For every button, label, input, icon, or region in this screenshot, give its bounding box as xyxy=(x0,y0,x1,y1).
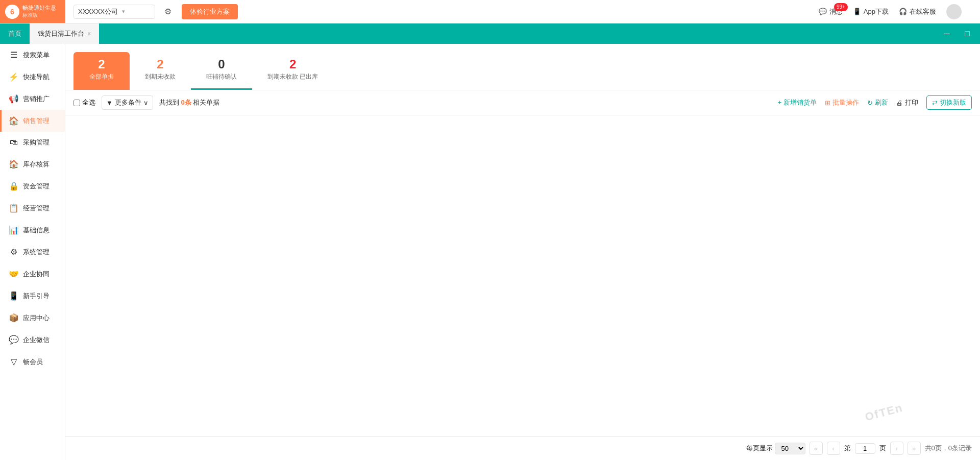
headset-icon: 🎧 xyxy=(899,8,907,15)
sys-mgmt-icon: ⚙ xyxy=(9,247,19,257)
company-dropdown-arrow: ▾ xyxy=(122,8,125,15)
per-page-selector: 每页显示 50 100 200 xyxy=(746,443,805,454)
found-count: 0条 xyxy=(181,99,191,106)
stat-number-overdue: 2 xyxy=(157,57,163,71)
page-number-input[interactable] xyxy=(855,443,875,454)
page-suffix-label: 页 xyxy=(879,444,886,453)
select-all-checkbox[interactable]: 全选 xyxy=(74,98,95,107)
purchase-icon: 🛍 xyxy=(9,138,19,147)
switch-icon: ⇄ xyxy=(932,99,938,107)
logo-tag: 标准版 xyxy=(22,12,56,19)
sidebar-item-operations[interactable]: 📋 经营管理 xyxy=(0,197,65,219)
prev-page-button[interactable]: ‹ xyxy=(827,442,840,455)
logo-title: 畅捷通好生意 xyxy=(22,4,56,11)
per-page-select[interactable]: 50 100 200 xyxy=(775,443,805,454)
print-button[interactable]: 🖨 打印 xyxy=(896,98,918,107)
per-page-label: 每页显示 xyxy=(746,444,773,453)
batch-ops-icon: ⊞ xyxy=(825,99,830,107)
stat-tab-overdue[interactable]: 2 到期未收款 xyxy=(130,52,191,90)
sidebar: ☰ 搜索菜单 ⚡ 快捷导航 📢 营销推广 🏠 销售管理 🛍 采购管理 🏠 库存核… xyxy=(0,44,65,460)
refresh-button[interactable]: ↻ 刷新 xyxy=(867,98,888,107)
refresh-icon: ↻ xyxy=(867,99,873,107)
header-right: 💬 消息 99+ 📱 App下载 🎧 在线客服 xyxy=(819,4,972,19)
stat-number-all: 2 xyxy=(98,57,105,71)
sidebar-item-app-center[interactable]: 📦 应用中心 xyxy=(0,307,65,329)
base-info-icon: 📊 xyxy=(9,225,19,235)
message-icon: 💬 xyxy=(819,8,827,15)
search-menu-icon: ☰ xyxy=(9,50,19,60)
print-icon: 🖨 xyxy=(896,99,903,107)
company-selector[interactable]: XXXXXX公司 ▾ xyxy=(74,5,155,19)
sales-icon: 🏠 xyxy=(9,116,19,126)
app-download-label: App下载 xyxy=(864,7,889,16)
online-service-label: 在线客服 xyxy=(910,7,936,16)
stat-label-overdue: 到期未收款 xyxy=(145,72,176,81)
nav-tab-actions: ─ □ xyxy=(939,26,980,41)
stat-tab-overdue-shipped[interactable]: 2 到期未收款 已出库 xyxy=(252,52,333,90)
logo-area[interactable]: 6 畅捷通好生意 标准版 xyxy=(0,0,65,23)
inventory-icon: 🏠 xyxy=(9,159,19,169)
maximize-icon[interactable]: □ xyxy=(960,26,975,41)
toolbar: 全选 ▼ 更多条件 ∨ 共找到 0条 相关单据 + 新增销货单 ⊞ 批量操作 ↻ xyxy=(65,90,980,115)
toolbar-right: + 新增销货单 ⊞ 批量操作 ↻ 刷新 🖨 打印 ⇄ 切换新版 xyxy=(778,95,972,110)
close-workbench-tab[interactable]: × xyxy=(87,30,91,37)
trial-button[interactable]: 体验行业方案 xyxy=(182,4,238,19)
top-header: 6 畅捷通好生意 标准版 XXXXXX公司 ▾ ⚙ 体验行业方案 💬 消息 99… xyxy=(0,0,980,23)
sidebar-item-guide[interactable]: 📱 新手引导 xyxy=(0,285,65,307)
table-area xyxy=(65,115,980,436)
filter-arrow: ∨ xyxy=(143,99,149,107)
nav-tab-workbench[interactable]: 钱货日清工作台 × xyxy=(30,23,99,44)
stat-label-wangdian: 旺辅待确认 xyxy=(206,72,237,81)
operations-icon: 📋 xyxy=(9,203,19,213)
stat-label-overdue-shipped: 到期未收款 已出库 xyxy=(267,72,318,81)
logo-text-group: 畅捷通好生意 标准版 xyxy=(22,4,56,18)
batch-ops-button[interactable]: ⊞ 批量操作 xyxy=(825,98,859,107)
phone-icon: 📱 xyxy=(853,8,861,15)
minimize-icon[interactable]: ─ xyxy=(939,26,954,41)
first-page-button[interactable]: « xyxy=(810,442,823,455)
sidebar-item-sys-mgmt[interactable]: ⚙ 系统管理 xyxy=(0,241,65,263)
sidebar-item-purchase[interactable]: 🛍 采购管理 xyxy=(0,132,65,153)
sidebar-item-weixin[interactable]: 💬 企业微信 xyxy=(0,329,65,351)
nav-tab-home[interactable]: 首页 xyxy=(0,23,30,44)
more-filter-button[interactable]: ▼ 更多条件 ∨ xyxy=(102,95,153,110)
sidebar-item-member[interactable]: ▽ 畅会员 xyxy=(0,351,65,373)
switch-version-button[interactable]: ⇄ 切换新版 xyxy=(926,95,972,110)
guide-icon: 📱 xyxy=(9,291,19,301)
app-center-icon: 📦 xyxy=(9,313,19,323)
sidebar-item-quick-nav[interactable]: ⚡ 快捷导航 xyxy=(0,66,65,88)
sidebar-item-sales[interactable]: 🏠 销售管理 xyxy=(0,110,65,132)
sidebar-item-marketing[interactable]: 📢 营销推广 xyxy=(0,88,65,110)
content-area: 2 全部单据 2 到期未收款 0 旺辅待确认 2 到期未收款 已出库 xyxy=(65,44,980,460)
app-download-action[interactable]: 📱 App下载 xyxy=(853,7,889,16)
stat-tab-all[interactable]: 2 全部单据 xyxy=(74,52,130,90)
messages-action[interactable]: 💬 消息 99+ xyxy=(819,7,843,16)
new-sale-button[interactable]: + 新增销货单 xyxy=(778,98,817,107)
page-prefix-label: 第 xyxy=(844,444,851,453)
stats-bar: 2 全部单据 2 到期未收款 0 旺辅待确认 2 到期未收款 已出库 xyxy=(65,44,980,90)
enterprise-icon: 🤝 xyxy=(9,269,19,279)
main-layout: ☰ 搜索菜单 ⚡ 快捷导航 📢 营销推广 🏠 销售管理 🛍 采购管理 🏠 库存核… xyxy=(0,44,980,460)
avatar[interactable] xyxy=(946,4,962,19)
next-page-button[interactable]: › xyxy=(890,442,903,455)
select-all-input[interactable] xyxy=(74,100,80,106)
messages-badge: 99+ xyxy=(834,3,848,11)
nav-tabs: 首页 钱货日清工作台 × ─ □ xyxy=(0,23,980,44)
sidebar-item-search-menu[interactable]: ☰ 搜索菜单 xyxy=(0,44,65,66)
stats-tabs: 2 全部单据 2 到期未收款 0 旺辅待确认 2 到期未收款 已出库 xyxy=(74,52,972,90)
stat-tab-wangdian[interactable]: 0 旺辅待确认 xyxy=(191,52,252,90)
quick-nav-icon: ⚡ xyxy=(9,72,19,82)
settings-icon[interactable]: ⚙ xyxy=(160,4,176,19)
last-page-button[interactable]: » xyxy=(908,442,921,455)
stat-label-all: 全部单据 xyxy=(89,72,114,81)
filter-icon: ▼ xyxy=(106,99,113,107)
sidebar-item-inventory[interactable]: 🏠 库存核算 xyxy=(0,153,65,175)
stat-number-overdue-shipped: 2 xyxy=(289,57,296,71)
stat-number-wangdian: 0 xyxy=(218,57,225,71)
sidebar-item-enterprise[interactable]: 🤝 企业协同 xyxy=(0,263,65,285)
pagination-bar: 每页显示 50 100 200 « ‹ 第 页 › » 共0页，0条记录 xyxy=(65,436,980,460)
online-service-action[interactable]: 🎧 在线客服 xyxy=(899,7,936,16)
sidebar-item-base-info[interactable]: 📊 基础信息 xyxy=(0,219,65,241)
sidebar-item-finance[interactable]: 🔒 资金管理 xyxy=(0,175,65,197)
company-name: XXXXXX公司 xyxy=(78,7,118,16)
